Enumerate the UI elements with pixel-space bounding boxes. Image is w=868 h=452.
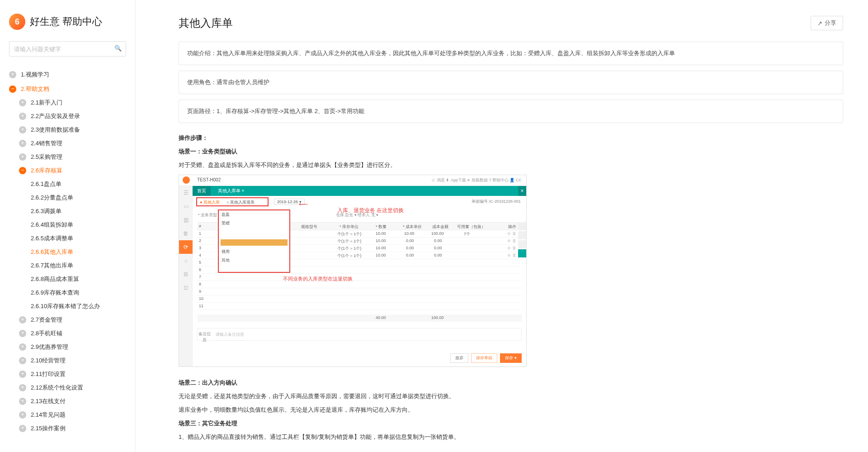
ss-side-icon: ⌂ — [179, 254, 193, 267]
page-title: 其他入库单 — [179, 16, 233, 30]
intro-card: 功能介绍：其他入库单用来处理除采购入库、产成品入库之外的其他入库业务，因此其他入… — [179, 42, 843, 65]
nav-l2-6-6[interactable]: 2.6.6其他入库单 — [28, 245, 126, 259]
scene2-p1: 无论是受赠，还是其他类型的业务，由于入库商品质量等原因，需要退回，这时可通过单据… — [179, 390, 843, 402]
ss-arrow-icon: ⟵ — [299, 200, 308, 208]
scene3-p1: 1、赠品入库的商品直接转为销售。通过工具栏【复制/复制为销货单】功能，将单据信息… — [179, 431, 843, 443]
sidebar: 6 好生意 帮助中心 🔍 +1.视频学习 −2.帮助文档 +2.1新手入门 +2… — [0, 0, 136, 452]
content-body: 操作步骤： 场景一：业务类型确认 对于受赠、盘盈或是拆装入库等不同的业务，是通过… — [179, 132, 843, 171]
share-button[interactable]: ↗ 分享 — [811, 16, 843, 30]
role-card: 使用角色：通常由仓管人员维护 — [179, 71, 843, 94]
nav-l2-6-5[interactable]: 2.6.5成本调整单 — [28, 232, 126, 245]
nav-l2[interactable]: −2.帮助文档 +2.1新手入门 +2.2产品安装及登录 +2.3使用前数据准备… — [9, 82, 126, 435]
main-content: 其他入库单 ↗ 分享 功能介绍：其他入库单用来处理除采购入库、产成品入库之外的其… — [136, 0, 868, 452]
ss-btn-draft: 保存草稿 — [471, 353, 497, 363]
brand-row: 6 好生意 帮助中心 — [9, 14, 126, 30]
ss-side-icon: ⊡ — [179, 281, 193, 295]
share-label: 分享 — [825, 19, 836, 27]
brand-title: 好生意 帮助中心 — [30, 15, 102, 29]
ss-biztype-label: * 业务类型 — [198, 213, 217, 217]
ss-side-icon: ▥ — [179, 213, 193, 227]
ss-side-icon: ⊞ — [179, 267, 193, 281]
ss-dd-item: 其他 — [219, 256, 289, 265]
nav-l2-13[interactable]: +2.13在线支付 — [19, 395, 126, 408]
ss-dd-selected — [221, 239, 288, 246]
ss-tab-home: 首页 — [193, 186, 211, 196]
ss-side-icon: 🗑 — [179, 227, 193, 240]
logo-icon: 6 — [9, 14, 25, 30]
embedded-screenshot: TEST-H002 ☆ 消息 ⬇ App下载 ⊕ 加载数据 ? 帮助中心 👤 C… — [179, 175, 527, 367]
nav-l2-2[interactable]: +2.2产品安装及登录 — [19, 109, 126, 123]
nav-l1[interactable]: +1.视频学习 — [9, 68, 126, 81]
path-card: 页面路径：1、库存核算->库存管理->其他入库单 2、首页->常用功能 — [179, 100, 843, 123]
ss-redbox-type: ● 其他入库 ○ 其他入库退库 — [196, 197, 269, 206]
ss-buttons: 放弃 保存草稿 保存 ▾ — [450, 353, 522, 363]
ss-tab-current: 其他入库单 × — [211, 186, 251, 196]
nav-l2-14[interactable]: +2.14常见问题 — [19, 408, 126, 422]
ss-sidebar: ☰ ▭ ▥ 🗑 ⟳ ⌂ ⊞ ⊡ — [179, 186, 193, 366]
nav-l2-6-2[interactable]: 2.6.2分量盘点单 — [28, 191, 126, 205]
ss-tenant: TEST-H002 — [197, 177, 221, 182]
ss-btn-discard: 放弃 — [450, 353, 468, 363]
scene3-title: 场景三：其它业务处理 — [179, 420, 237, 427]
nav-l2-6-7[interactable]: 2.6.7其他出库单 — [28, 259, 126, 272]
nav-l2-6-4[interactable]: 2.6.4组装拆卸单 — [28, 218, 126, 232]
nav-l2-6[interactable]: −2.6库存核算 2.6.1盘点单 2.6.2分量盘点单 2.6.3调拨单 2.… — [19, 164, 126, 313]
nav-l2-8[interactable]: +2.8手机旺铺 — [19, 327, 126, 340]
ss-annotation-2: 不同业务的入库类型在这里切换 — [283, 276, 353, 282]
nav-l2-6-8[interactable]: 2.6.8商品成本重算 — [28, 272, 126, 286]
ss-dd-item: 受赠 — [219, 219, 289, 228]
ss-row2-right: 仓库 总仓 ▾ 经手人 无 ▾ — [336, 213, 379, 217]
ss-side-icon-active: ⟳ — [179, 240, 193, 254]
ss-side-icon: ▭ — [179, 200, 193, 213]
ss-redbox-dropdown: 盘盈 受赠 领用 其他 — [218, 209, 290, 273]
nav-l2-5[interactable]: +2.5采购管理 — [19, 150, 126, 164]
scene1-title: 场景一：业务类型确认 — [179, 148, 237, 155]
scene2: 场景二：出入方向确认 无论是受赠，还是其他类型的业务，由于入库商品质量等原因，需… — [179, 377, 843, 443]
ss-dd-item: 领用 — [219, 247, 289, 256]
ss-logo-icon — [183, 176, 190, 184]
nav-l2-10[interactable]: +2.10经营管理 — [19, 354, 126, 367]
nav-l2-12[interactable]: +2.12系统个性化设置 — [19, 381, 126, 395]
ss-topright: ☆ 消息 ⬇ App下载 ⊕ 加载数据 ? 帮助中心 👤 CC — [431, 177, 522, 183]
nav-l2-15[interactable]: +2.15操作案例 — [19, 422, 126, 435]
nav-l2-3[interactable]: +2.3使用前数据准备 — [19, 123, 126, 137]
ss-opt-out: ○ 其他入库退库 — [227, 200, 255, 205]
ss-total-row: 40.00 100.00 — [197, 314, 522, 322]
nav-l2-6-9[interactable]: 2.6.9库存账本查询 — [28, 286, 126, 300]
nav-tree: +1.视频学习 −2.帮助文档 +2.1新手入门 +2.2产品安装及登录 +2.… — [9, 68, 126, 435]
nav-l2-4[interactable]: +2.4销售管理 — [19, 137, 126, 150]
nav-l2-6-3[interactable]: 2.6.3调拨单 — [28, 205, 126, 218]
nav-l2-9[interactable]: +2.9优惠券管理 — [19, 340, 126, 354]
nav-l2-6-1[interactable]: 2.6.1盘点单 — [28, 177, 126, 191]
ops-label: 操作步骤： — [179, 134, 208, 141]
scene2-p2: 退库业务中，明细数量均以负值红色展示。无论是入库还是退库，库存账均记在入库方向。 — [179, 404, 843, 416]
nav-l2-6-10[interactable]: 2.6.10库存账本错了怎么办 — [28, 300, 126, 313]
search-box: 🔍 — [9, 41, 126, 57]
scene1-p1: 对于受赠、盘盈或是拆装入库等不同的业务，是通过单据头【业务类型】进行区分。 — [179, 159, 843, 171]
ss-remark: 备注信息 请输入备注信息 — [197, 328, 522, 341]
ss-side-icon: ☰ — [179, 186, 193, 200]
nav-l2-11[interactable]: +2.11打印设置 — [19, 367, 126, 381]
ss-btn-save: 保存 ▾ — [500, 353, 522, 363]
search-input[interactable] — [9, 41, 126, 57]
scene2-title: 场景二：出入方向确认 — [179, 379, 237, 386]
ss-close-icon: × — [518, 186, 526, 196]
share-icon: ↗ — [817, 20, 822, 27]
ss-right-icons — [518, 222, 526, 304]
ss-dd-item: 盘盈 — [219, 210, 289, 219]
nav-l2-1[interactable]: +2.1新手入门 — [19, 96, 126, 109]
ss-opt-in: ● 其他入库 — [200, 200, 220, 205]
ss-serial: 单据编号 IC-20191226-001 — [472, 199, 521, 205]
search-icon[interactable]: 🔍 — [114, 45, 122, 52]
nav-l2-7[interactable]: +2.7资金管理 — [19, 313, 126, 327]
